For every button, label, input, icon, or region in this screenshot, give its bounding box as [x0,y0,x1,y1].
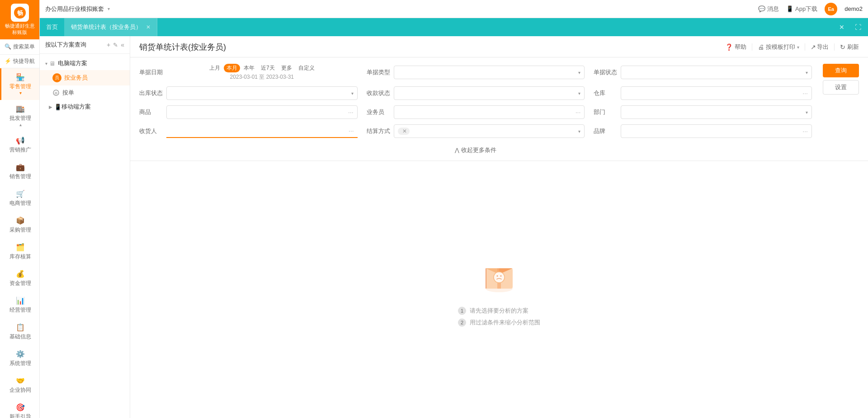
collapse-bar[interactable]: ⋀ 收起更多条件 [139,143,812,154]
settlement-select[interactable]: ✕ ▾ [394,124,585,138]
tree-group-desktop-header[interactable]: ▾ 🖥 电脑端方案 [40,57,130,70]
receive-status-select[interactable]: ▾ [394,86,585,100]
sidebar-item-purchase[interactable]: 📦 采购管理 [0,212,39,238]
receive-status-arrow: ▾ [578,91,580,96]
doc-status-select[interactable]: ▾ [621,66,812,79]
help-btn[interactable]: ❓ 帮助 [725,43,746,51]
print-btn[interactable]: 🖨 按模板打印 ▾ [758,43,799,51]
sidebar-item-enterprise[interactable]: 🤝 企业协同 [0,372,39,399]
newbie-icon: 🎯 [16,403,25,412]
user-avatar[interactable]: Ea [825,3,837,15]
sidebar-item-basics[interactable]: 📋 基础信息 [0,318,39,345]
date-field: 单据日期 上月 本月 本年 近7天 更多 自定义 [139,64,358,81]
sidebar-item-retail[interactable]: 🏪 零售管理 ▾ [0,68,39,100]
date-tab-this-month[interactable]: 本月 [224,64,240,72]
warehouse-select[interactable]: ··· [621,86,812,100]
add-scheme-btn[interactable]: + [107,41,110,48]
tree-group-desktop: ▾ 🖥 电脑端方案 员 按业务员 单 按单 [40,57,130,100]
left-panel-title: 按以下方案查询 [45,41,86,49]
user-name[interactable]: demo2 [844,5,863,12]
refresh-icon: ↻ [840,43,845,51]
hint-num-2: 2 [458,318,466,327]
message-btn[interactable]: 💬 消息 [758,5,779,13]
brand-label: 品牌 [594,127,617,135]
doc-type-select[interactable]: ▾ [394,66,585,79]
tab-sales-stat-label: 销货单统计表（按业务员） [71,23,142,31]
svg-point-10 [500,276,502,277]
warehouse-field: 仓库 ··· [594,86,812,100]
date-input[interactable]: 上月 本月 本年 近7天 更多 自定义 2023-03-01 至 2023-03… [166,64,358,81]
receive-status-field: 收款状态 ▾ [367,86,585,100]
sidebar-item-finance[interactable]: 💰 资金管理 [0,265,39,292]
tab-expand-btn[interactable]: ⛶ [852,21,864,33]
app-dropdown-icon[interactable]: ▾ [108,6,110,11]
out-status-select[interactable]: ▾ [166,86,358,100]
edit-scheme-btn[interactable]: ✎ [113,42,118,48]
export-label: 导出 [817,43,829,51]
main-area: 办公用品行业模拟账套 ▾ 💬 消息 📱 App下载 Ea demo2 首页 销货… [40,0,868,418]
sidebar-logo[interactable]: 畅 畅捷通好生意 标账版 [0,0,39,39]
settlement-tag: ✕ [398,128,410,135]
date-tab-last-month[interactable]: 上月 [207,64,223,72]
consignee-input[interactable]: ··· [166,124,358,138]
date-tab-custom[interactable]: 自定义 [296,64,317,72]
goods-ellipsis[interactable]: ··· [348,109,354,116]
tab-close-icon[interactable]: ✕ [146,24,151,30]
hint-text-1: 请先选择要分析的方案 [470,307,528,315]
sidebar-item-sales[interactable]: 💼 销售管理 [0,158,39,185]
tree-item-by-order[interactable]: 单 按单 [40,86,130,100]
wholesale-icon: 🏬 [16,104,25,113]
goods-select[interactable]: ··· [166,105,358,119]
sidebar-item-operations[interactable]: 📊 经营管理 [0,292,39,318]
sidebar-item-wholesale[interactable]: 🏬 批发管理 ▴ [0,100,39,132]
export-btn[interactable]: ↗ 导出 [811,43,829,51]
logo-icon: 畅 [11,4,29,22]
quick-nav-btn[interactable]: ⚡ 快捷导航 [0,55,39,68]
query-button[interactable]: 查询 [823,64,859,77]
collapse-panel-btn[interactable]: « [121,41,124,48]
tab-sales-stat[interactable]: 销货单统计表（按业务员） ✕ [65,18,157,36]
date-tab-more[interactable]: 更多 [278,64,295,72]
tree-item-by-salesman[interactable]: 员 按业务员 [40,70,130,86]
salesman-ellipsis[interactable]: ··· [576,109,581,116]
settings-button[interactable]: 设置 [823,80,859,95]
message-label: 消息 [767,5,779,13]
date-range: 2023-03-01 至 2023-03-31 [230,73,294,81]
settlement-remove-btn[interactable]: ✕ [402,128,407,134]
svg-text:畅: 畅 [17,10,23,16]
user-avatar-initials: Ea [828,6,834,12]
purchase-label: 采购管理 [9,226,31,234]
order-item-label: 按单 [62,89,74,97]
operations-label: 经营管理 [9,306,31,314]
query-area: 单据日期 上月 本月 本年 近7天 更多 自定义 [130,57,868,161]
warehouse-ellipsis[interactable]: ··· [802,90,808,97]
divider-3 [834,43,835,51]
quick-nav-label: 快捷导航 [13,57,35,65]
svg-rect-6 [486,268,486,289]
app-download-btn[interactable]: 📱 App下载 [786,5,817,13]
brand-select[interactable]: ··· [621,124,812,138]
inventory-icon: 🗂️ [16,243,25,252]
sidebar-item-ecommerce[interactable]: 🛒 电商管理 [0,185,39,212]
search-menu-label: 搜索菜单 [13,43,35,51]
sidebar-item-newbie[interactable]: 🎯 新手引导 [0,399,39,418]
date-tab-this-year[interactable]: 本年 [241,64,257,72]
refresh-btn[interactable]: ↻ 刷新 [840,43,859,51]
brand-ellipsis[interactable]: ··· [802,128,808,135]
print-arrow[interactable]: ▾ [797,45,799,50]
sidebar-item-marketing[interactable]: 📢 营销推广 [0,132,39,158]
sidebar-item-system[interactable]: ⚙️ 系统管理 [0,345,39,372]
consignee-ellipsis[interactable]: ··· [349,127,354,134]
consignee-field: 收货人 ··· [139,124,358,138]
sidebar-item-inventory[interactable]: 🗂️ 库存核算 [0,238,39,265]
marketing-label: 营销推广 [9,146,31,154]
basics-icon: 📋 [16,323,25,332]
salesman-select[interactable]: ··· [394,105,585,119]
tab-close-all-btn[interactable]: ✕ [835,21,848,33]
dept-select[interactable]: ▾ [621,105,812,119]
empty-icon [476,252,522,298]
tab-home[interactable]: 首页 [40,18,65,36]
date-tab-7days[interactable]: 近7天 [258,64,278,72]
tree-group-mobile-header[interactable]: ▶ 📱 移动端方案 [40,100,130,114]
search-menu-btn[interactable]: 🔍 搜索菜单 [0,39,39,55]
